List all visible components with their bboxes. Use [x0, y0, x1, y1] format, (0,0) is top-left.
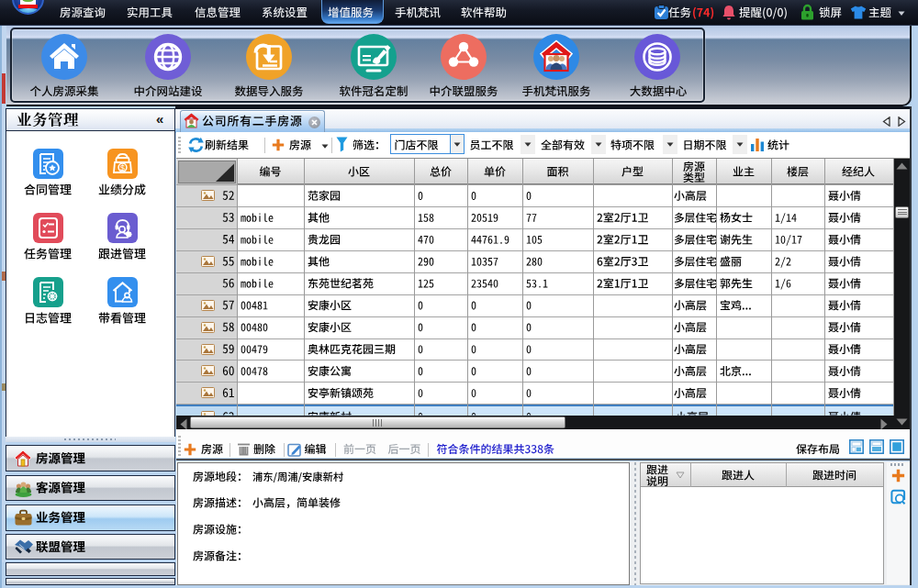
svg-text:$: $ — [120, 163, 125, 172]
